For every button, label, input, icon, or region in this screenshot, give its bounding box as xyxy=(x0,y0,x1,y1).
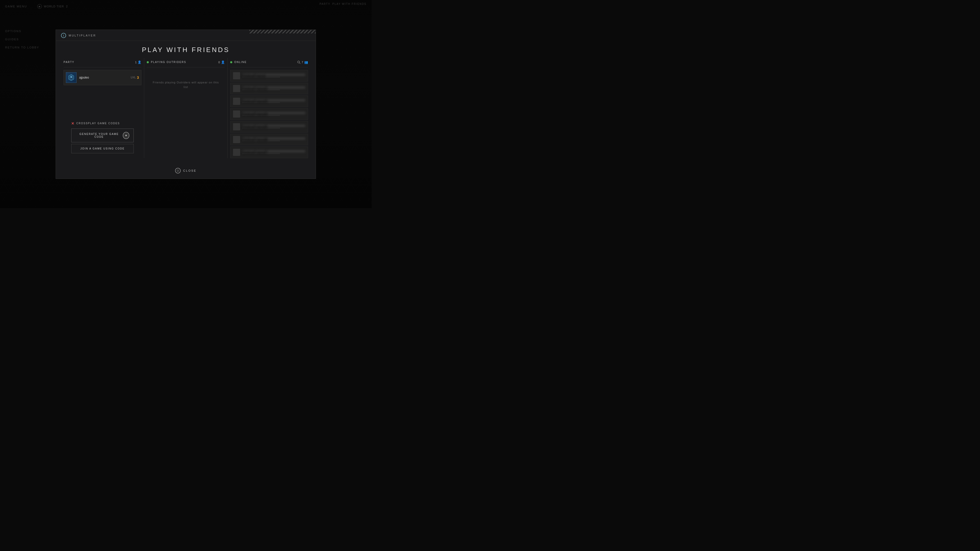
online-item-content-1: OnlineFriend xyxy=(242,74,305,78)
modal-subtitle: MULTIPLAYER xyxy=(68,34,96,37)
playing-outriders-empty: Friends playing Outriders will appear on… xyxy=(147,70,224,100)
generate-code-button[interactable]: GENERATE YOUR GAME CODE xyxy=(71,129,134,142)
crossplay-header: ✕ CROSSPLAY GAME CODES xyxy=(71,121,134,125)
party-member-level: LVL 3 xyxy=(130,76,139,79)
online-label: ONLINE xyxy=(234,61,247,64)
spinner-icon xyxy=(123,132,130,139)
party-column: PARTY 1 👤 xyxy=(61,58,144,158)
online-item-content-6: OnlineFriend6 xyxy=(242,138,305,141)
lvl-label: LVL xyxy=(130,76,136,79)
online-friend-7[interactable]: OnlineFriend7 xyxy=(230,146,308,158)
party-person-icon: 👤 xyxy=(138,60,142,64)
party-count-num: 1 xyxy=(135,61,137,64)
close-circle-inner xyxy=(177,170,179,171)
modal-columns: PARTY 1 👤 xyxy=(56,58,316,158)
online-friend-3[interactable]: OnlineFriend3 xyxy=(230,95,308,107)
online-name-3: OnlineFriend3 xyxy=(242,99,305,101)
generate-code-label: GENERATE YOUR GAME CODE xyxy=(76,133,123,138)
playing-outriders-column: PLAYING OUTRIDERS 0 👤 Friends playing Ou… xyxy=(144,58,228,158)
corner-stripes-decoration xyxy=(249,30,316,33)
search-icon xyxy=(297,60,301,64)
online-name-2: OnlineFriend2 xyxy=(242,86,305,89)
modal-footer: CLOSE xyxy=(56,168,316,173)
empty-state-text: Friends playing Outriders will appear on… xyxy=(152,80,220,89)
party-avatar xyxy=(66,72,76,83)
online-name-1: OnlineFriend xyxy=(242,74,305,76)
playing-outriders-count: 0 👤 xyxy=(218,60,225,64)
online-column: ONLINE 7 👥 xyxy=(228,58,310,158)
playing-outriders-header-left: PLAYING OUTRIDERS xyxy=(147,61,186,64)
online-friend-2[interactable]: OnlineFriend2 xyxy=(230,83,308,94)
online-avatar-7 xyxy=(233,149,240,156)
online-name-7: OnlineFriend7 xyxy=(242,150,305,152)
online-item-content-3: OnlineFriend3 xyxy=(242,99,305,103)
modal-backdrop: i MULTIPLAYER PLAY WITH FRIENDS PARTY 1 … xyxy=(0,0,372,208)
search-icon-container xyxy=(297,60,301,64)
online-item-content-4: OnlineFriend4 xyxy=(242,112,305,116)
playing-outriders-header: PLAYING OUTRIDERS 0 👤 xyxy=(147,58,224,67)
online-friend-6[interactable]: OnlineFriend6 xyxy=(230,134,308,145)
party-count: 1 👤 xyxy=(135,60,142,64)
online-item-content-7: OnlineFriend7 xyxy=(242,150,305,154)
party-label: PARTY xyxy=(64,61,74,64)
party-member-row: ajpuleo LVL 3 xyxy=(64,70,142,85)
online-item-content-5: OnlineFriend5 xyxy=(242,125,305,129)
join-game-label: JOIN A GAME USING CODE xyxy=(80,147,124,150)
online-avatar-6 xyxy=(233,136,240,143)
playing-count-num: 0 xyxy=(218,61,220,64)
online-item-content-2: OnlineFriend2 xyxy=(242,86,305,90)
online-avatar-4 xyxy=(233,110,240,118)
online-avatar-5 xyxy=(233,123,240,130)
close-button[interactable]: CLOSE xyxy=(175,168,197,173)
info-icon-letter: i xyxy=(63,34,64,37)
character-icon xyxy=(68,74,75,81)
online-header: ONLINE 7 👥 xyxy=(230,58,308,67)
party-header-left: PARTY xyxy=(64,61,74,64)
crossplay-section: ✕ CROSSPLAY GAME CODES GENERATE YOUR GAM… xyxy=(64,118,142,153)
online-name-5: OnlineFriend5 xyxy=(242,125,305,127)
online-name-4: OnlineFriend4 xyxy=(242,112,305,114)
online-header-left: ONLINE xyxy=(230,61,247,64)
playing-outriders-label: PLAYING OUTRIDERS xyxy=(151,61,186,64)
svg-line-3 xyxy=(299,63,301,64)
close-circle-icon xyxy=(175,168,181,173)
join-game-button[interactable]: JOIN A GAME USING CODE xyxy=(71,144,134,153)
svg-point-2 xyxy=(298,61,300,63)
multiplayer-modal: i MULTIPLAYER PLAY WITH FRIENDS PARTY 1 … xyxy=(56,30,316,179)
info-icon: i xyxy=(61,33,66,38)
online-count-num: 7 xyxy=(302,61,303,64)
modal-main-title: PLAY WITH FRIENDS xyxy=(56,41,316,58)
online-friend-4[interactable]: OnlineFriend4 xyxy=(230,108,308,120)
online-status-dot xyxy=(230,61,232,63)
online-friend-5[interactable]: OnlineFriend5 xyxy=(230,121,308,133)
online-name-6: OnlineFriend6 xyxy=(242,138,305,140)
playing-status-dot xyxy=(147,61,149,63)
crossplay-title: CROSSPLAY GAME CODES xyxy=(76,122,120,125)
online-count: 7 👥 xyxy=(297,60,308,64)
playing-person-icon: 👤 xyxy=(221,60,225,64)
online-avatar-2 xyxy=(233,85,240,92)
party-header: PARTY 1 👤 xyxy=(64,58,142,67)
online-friends-list: OnlineFriend OnlineFriend2 xyxy=(230,70,308,158)
spinner-dot xyxy=(125,135,127,136)
online-avatar-3 xyxy=(233,98,240,105)
online-person-icon: 👥 xyxy=(304,60,308,64)
crossplay-x-icon: ✕ xyxy=(71,121,74,125)
close-label: CLOSE xyxy=(183,169,197,172)
party-member-name: ajpuleo xyxy=(79,76,128,79)
online-avatar-1 xyxy=(233,72,240,79)
online-friend-1[interactable]: OnlineFriend xyxy=(230,70,308,82)
crossplay-buttons: GENERATE YOUR GAME CODE JOIN A GAME USIN… xyxy=(71,129,134,153)
level-number: 3 xyxy=(137,76,139,79)
